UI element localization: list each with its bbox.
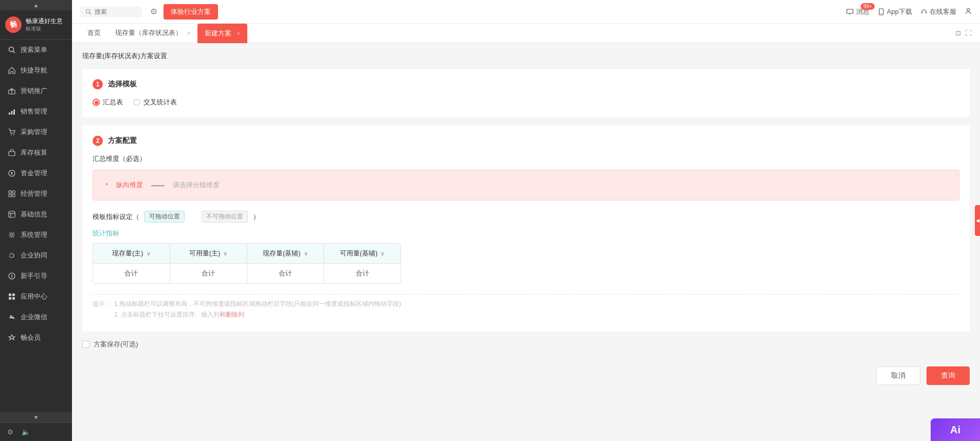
topbar-customer-service[interactable]: 在线客服 <box>920 7 956 16</box>
tab-inventory-close[interactable]: × <box>187 30 190 36</box>
tabs-bar: 首页 现存量（库存状况表） × 新建方案 × ⊡ ⛶ <box>72 24 980 43</box>
step2-section: 2 方案配置 汇总维度（必选） * 纵向维度 —— 请选择分组维度 模板指标设定… <box>82 125 970 332</box>
basic-icon <box>7 210 16 219</box>
sidebar-scroll-up[interactable]: ▲ <box>0 0 72 10</box>
sidebar-item-appcenter[interactable]: 应用中心 <box>0 286 72 307</box>
main-content: 现存量(库存状况表)方案设置 1 选择模板 汇总表 交叉统计表 <box>72 43 980 441</box>
vertical-dim-row: * 纵向维度 —— 请选择分组维度 <box>105 180 947 190</box>
sidebar-item-label: 企业协同 <box>21 251 47 260</box>
topbar-user[interactable] <box>965 7 972 16</box>
save-option-label: 方案保存(可选) <box>94 340 138 349</box>
sidebar-item-member[interactable]: 畅会员 <box>0 327 72 348</box>
col-available-aux-chevron[interactable]: ∨ <box>380 250 385 257</box>
footer-audio-icon[interactable]: 🔈 <box>22 428 30 436</box>
step1-number: 1 <box>93 79 103 89</box>
radio-cross[interactable]: 交叉统计表 <box>133 98 177 107</box>
topbar-search-input[interactable] <box>95 8 136 15</box>
member-icon <box>7 333 16 342</box>
radio-cross-label: 交叉统计表 <box>143 98 177 107</box>
topbar-search[interactable] <box>80 6 142 17</box>
tip-label: 提示： <box>93 300 111 308</box>
topbar-app-download[interactable]: App下载 <box>878 7 912 16</box>
non-draggable-badge: 不可拖动位置 <box>202 211 248 223</box>
metrics-table: 现存量(主) ∨ 可用量(主) ∨ 现存量(基辅) ∨ 可用量(基辅) ∨ <box>93 243 401 284</box>
tabs-actions: ⊡ ⛶ <box>955 29 972 37</box>
footer-settings-icon[interactable]: ⚙ <box>7 428 13 436</box>
svg-rect-28 <box>921 12 922 13</box>
svg-rect-9 <box>9 152 15 156</box>
sidebar-item-sales[interactable]: 销售管理 <box>0 101 72 122</box>
col-available-aux[interactable]: 可用量(基辅) ∨ <box>324 244 401 263</box>
brand-logo: 畅 <box>5 16 22 33</box>
svg-point-7 <box>11 134 12 135</box>
draggable-badge: 可拖动位置 <box>144 211 185 223</box>
ai-label: Ai <box>950 424 960 436</box>
tab-expand-icon[interactable]: ⛶ <box>965 29 972 37</box>
svg-point-0 <box>9 47 14 52</box>
col-available-main-chevron[interactable]: ∨ <box>223 250 227 257</box>
sidebar-item-inventory[interactable]: 库存核算 <box>0 142 72 163</box>
query-button[interactable]: 查询 <box>927 366 970 385</box>
sidebar-item-label: 企业微信 <box>21 313 47 322</box>
sidebar-item-mgmt[interactable]: 经营管理 <box>0 183 72 204</box>
sidebar-item-label: 营销推广 <box>21 86 47 96</box>
cell-current-main: 合计 <box>93 264 170 283</box>
right-collapse-handle[interactable]: ◀ <box>975 205 980 236</box>
svg-rect-21 <box>12 293 15 296</box>
sidebar-item-newguide[interactable]: 新手引导 <box>0 266 72 286</box>
col-current-main[interactable]: 现存量(主) ∨ <box>93 244 170 263</box>
step1-header: 1 选择模板 <box>93 79 959 89</box>
cell-available-main: 合计 <box>170 264 247 283</box>
step2-title: 方案配置 <box>108 136 137 145</box>
svg-point-18 <box>11 234 13 236</box>
col-current-main-chevron[interactable]: ∨ <box>147 250 151 257</box>
tab-new-plan[interactable]: 新建方案 × <box>197 24 247 43</box>
tab-collapse-icon[interactable]: ⊡ <box>955 29 961 37</box>
gift-icon <box>7 86 16 96</box>
tip2-highlight: 和删除列 <box>220 311 244 318</box>
save-checkbox[interactable] <box>82 341 89 348</box>
sidebar-item-basic[interactable]: 基础信息 <box>0 204 72 225</box>
sidebar-scroll-down[interactable]: ▼ <box>0 412 72 422</box>
radio-summary[interactable]: 汇总表 <box>93 98 123 107</box>
step1-title: 选择模板 <box>108 80 137 89</box>
appcenter-icon <box>7 292 16 301</box>
sidebar-item-wxwork[interactable]: 企业微信 <box>0 307 72 327</box>
tab-new-close[interactable]: × <box>237 30 240 36</box>
sidebar-item-label: 库存核算 <box>21 148 47 157</box>
experience-industry-button[interactable]: 体验行业方案 <box>164 4 218 20</box>
sidebar-item-marketing[interactable]: 营销推广 <box>0 81 72 101</box>
svg-rect-5 <box>11 111 13 115</box>
step2-number: 2 <box>93 136 103 146</box>
sidebar-item-system[interactable]: 系统管理 <box>0 225 72 245</box>
col-current-aux[interactable]: 现存量(基辅) ∨ <box>247 244 324 263</box>
ai-float-button[interactable]: Ai <box>931 418 980 441</box>
brand-sub: 标准版 <box>26 25 63 32</box>
sidebar-item-finance[interactable]: 资金管理 <box>0 163 72 183</box>
step1-section: 1 选择模板 汇总表 交叉统计表 <box>82 69 970 117</box>
col-available-main[interactable]: 可用量(主) ∨ <box>170 244 247 263</box>
required-marker: * <box>105 181 108 189</box>
topbar-messages[interactable]: 消息 99+ <box>846 7 869 16</box>
sidebar-item-purchase[interactable]: 采购管理 <box>0 122 72 142</box>
col-current-aux-chevron[interactable]: ∨ <box>304 250 308 257</box>
svg-rect-22 <box>9 297 11 300</box>
cancel-button[interactable]: 取消 <box>876 366 920 385</box>
tab-home[interactable]: 首页 <box>80 24 108 43</box>
col-current-main-label: 现存量(主) <box>112 249 143 258</box>
inventory-icon <box>7 148 16 157</box>
topbar-search-icon <box>85 9 92 15</box>
settings-gear-icon[interactable]: ⚙ <box>150 7 157 16</box>
sidebar-item-agreement[interactable]: 企业协同 <box>0 245 72 266</box>
sidebar-item-label: 快捷导航 <box>21 66 47 75</box>
metrics-config-label: 模板指标设定（ 可拖动位置 不可拖动位置 ） <box>93 211 959 223</box>
tab-inventory-status[interactable]: 现存量（库存状况表） × <box>108 24 197 43</box>
svg-line-1 <box>13 51 15 53</box>
sales-icon <box>7 107 16 116</box>
cell-current-aux: 合计 <box>247 264 324 283</box>
tip2-text: 2. 点击标题栏下拉可设置排序、插入列和删除列 <box>114 310 244 319</box>
sidebar-item-quicknav[interactable]: 快捷导航 <box>0 60 72 81</box>
sidebar-item-search[interactable]: 搜索菜单 <box>0 40 72 60</box>
tips-section: 提示： 1.拖动标题栏可以调整布局，不可跨维度或指标区域拖动栏目字段(只能在同一… <box>93 294 959 319</box>
footer-bar: 取消 查询 <box>82 359 970 392</box>
